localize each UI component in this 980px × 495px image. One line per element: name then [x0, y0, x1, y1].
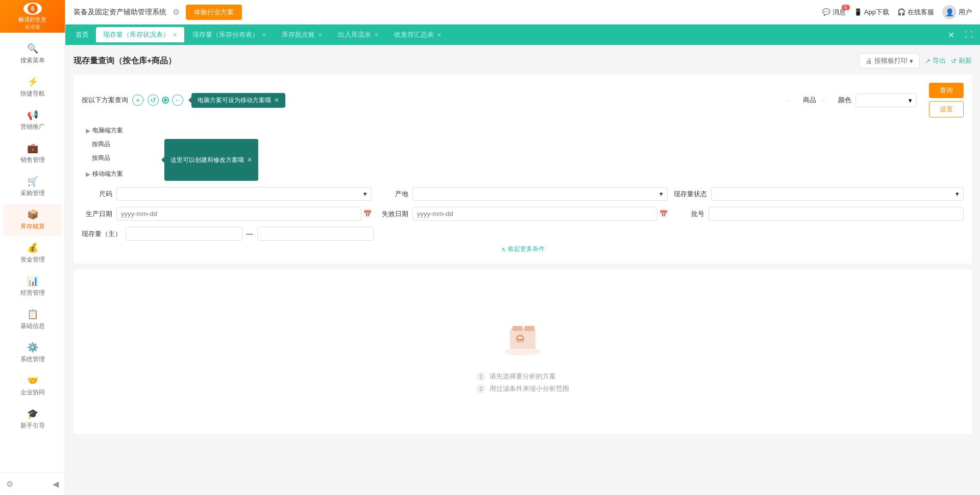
filter-batch: 批号 [674, 207, 964, 221]
experience-btn[interactable]: 体验行业方案 [186, 5, 242, 20]
filter-more-dots[interactable]: ··· [785, 97, 791, 104]
filter-expire-date: 失效日期 📅 [378, 207, 668, 221]
header-right: 💬 消息 6 📱 App下载 🎧 在线客服 👤 用户 [822, 5, 972, 19]
goods-dots[interactable]: ··· [820, 97, 826, 104]
sidebar-item-guide[interactable]: 🎓 新手引导 [3, 403, 62, 435]
scheme-desktop-parent[interactable]: ▶ 电脑端方案 [82, 124, 158, 137]
scheme-edit-tooltip-close[interactable]: ✕ [247, 156, 252, 163]
scheme-tooltip: 电脑方案可设为移动方案哦 ✕ [191, 93, 285, 108]
origin-select[interactable]: ▾ [412, 187, 668, 201]
sidebar-item-inventory[interactable]: 📦 库存核算 [3, 204, 62, 236]
tab-close-icon-1[interactable]: ✕ [262, 32, 266, 38]
collapse-filter-btn[interactable]: ∧ 收起更多条件 [82, 241, 964, 255]
filter-origin: 产地 ▾ [378, 187, 668, 201]
produce-date-label: 生产日期 [82, 209, 112, 219]
scheme-area: ▶ 电脑端方案 按商品 按商品 ▶ 移动端方案 这 [82, 124, 964, 181]
filter-qty-status: 现存量状态 ▾ [674, 187, 964, 201]
refresh-icon: ↺ [951, 57, 957, 65]
batch-input[interactable] [708, 207, 964, 221]
page-header: 现存量查询（按仓库+商品） 🖨 按模板打印 ▾ ↗ 导出 ↺ 刷新 [74, 53, 972, 68]
scheme-item-1[interactable]: 按商品 [82, 137, 158, 151]
tab-inventory-dist[interactable]: 现存量（库存分布表） ✕ [185, 27, 274, 42]
sidebar-item-basic-info[interactable]: 📋 基础信息 [3, 303, 62, 336]
logo-text: 畅通好生意 标准版 [18, 16, 46, 31]
scheme-tree: ▶ 电脑端方案 按商品 按商品 ▶ 移动端方案 [82, 124, 158, 181]
expire-date-range: 📅 [412, 207, 668, 221]
empty-state: 1 请先选择要分析的方案 2 用过滤条件来缩小分析范围 [74, 270, 972, 434]
tab-home[interactable]: 首页 [69, 27, 95, 42]
sidebar-item-search[interactable]: 🔍 搜索菜单 [3, 38, 62, 70]
color-select[interactable]: ▾ [855, 93, 917, 107]
headset-icon: 🎧 [897, 8, 905, 16]
export-icon: ↗ [925, 57, 930, 65]
tab-close-icon-0[interactable]: ✕ [173, 32, 177, 38]
print-btn[interactable]: 🖨 按模板打印 ▾ [859, 53, 920, 68]
scheme-tooltip-close[interactable]: ✕ [274, 97, 279, 104]
origin-label: 产地 [378, 190, 408, 199]
size-select[interactable]: ▾ [116, 187, 372, 201]
sidebar-item-sales[interactable]: 💼 销售管理 [3, 137, 62, 170]
tab-summary[interactable]: 收发存汇总表 ✕ [387, 27, 449, 42]
app-download-btn[interactable]: 📱 App下载 [854, 8, 889, 17]
connector-dot [163, 98, 168, 103]
sidebar-item-marketing[interactable]: 📢 营销推广 [3, 104, 62, 136]
tab-expand-icon[interactable]: ⛶ [962, 29, 976, 41]
tab-close-icon-3[interactable]: ✕ [374, 32, 379, 38]
guide-icon: 🎓 [27, 408, 38, 419]
user-area[interactable]: 👤 用户 [942, 5, 972, 19]
qty-max-input[interactable] [257, 227, 374, 241]
top-header: 装备及固定资产辅助管理系统 ⚙ 体验行业方案 💬 消息 6 📱 App下载 🎧 … [65, 0, 980, 25]
expire-date-start[interactable] [412, 207, 657, 221]
header-gear-icon[interactable]: ⚙ [173, 7, 180, 17]
message-icon: 💬 [822, 8, 830, 16]
arrow-filter-btn[interactable]: ← [172, 95, 183, 106]
tab-close-icon-2[interactable]: ✕ [318, 32, 323, 38]
filter-controls: + ↺ ← [132, 95, 183, 106]
settings-icon[interactable]: ⚙ [6, 479, 13, 489]
refresh-filter-btn[interactable]: ↺ [148, 95, 159, 106]
produce-date-range: 📅 [116, 207, 372, 221]
set-btn[interactable]: 设置 [929, 101, 964, 117]
qty-min-input[interactable] [126, 227, 242, 241]
print-icon: 🖨 [866, 57, 872, 65]
export-btn[interactable]: ↗ 导出 [925, 56, 946, 65]
scheme-mobile-parent[interactable]: ▶ 移动端方案 [82, 167, 158, 181]
sidebar-item-quicknav[interactable]: ⚡ 快捷导航 [3, 71, 62, 103]
scheme-item-2[interactable]: 按商品 [82, 151, 158, 165]
tab-inout-flow[interactable]: 出入库流水 ✕ [331, 27, 386, 42]
sidebar-item-enterprise[interactable]: 🤝 企业协同 [3, 370, 62, 402]
qty-main-label: 现存量（主） [82, 229, 121, 239]
svg-point-6 [516, 335, 524, 343]
expand-mobile-icon: ▶ [86, 171, 90, 178]
search-btn[interactable]: 查询 [929, 83, 964, 98]
date-range-separator: 📅 [363, 210, 372, 218]
qty-range-dash: — [247, 230, 253, 238]
qty-range: — [126, 227, 374, 241]
collapse-up-icon: ∧ [501, 246, 506, 253]
sidebar-item-purchase[interactable]: 🛒 采购管理 [3, 171, 62, 203]
sidebar: 6 畅通好生意 标准版 🔍 搜索菜单 ⚡ 快捷导航 📢 营销推广 💼 销售管理 … [0, 0, 65, 495]
expire-date-icon: 📅 [659, 210, 668, 218]
finance-icon: 💰 [27, 242, 38, 253]
sidebar-footer: ⚙ ◀ [0, 473, 65, 495]
message-area[interactable]: 💬 消息 6 [822, 8, 846, 17]
collapse-sidebar-icon[interactable]: ◀ [53, 479, 59, 489]
refresh-btn[interactable]: ↺ 刷新 [951, 56, 972, 65]
sidebar-item-finance[interactable]: 💰 资金管理 [3, 237, 62, 269]
enterprise-icon: 🤝 [27, 375, 38, 386]
avatar: 👤 [942, 5, 957, 19]
tab-close-all-icon[interactable]: ✕ [945, 29, 958, 41]
online-service-btn[interactable]: 🎧 在线客服 [897, 8, 934, 17]
sidebar-item-management[interactable]: 📊 经营管理 [3, 270, 62, 302]
qty-status-select[interactable]: ▾ [711, 187, 964, 201]
tab-close-icon-4[interactable]: ✕ [437, 32, 442, 38]
tab-bar: 首页 现存量（库存状况表） ✕ 现存量（库存分布表） ✕ 库存批次账 ✕ 出入库… [65, 25, 980, 45]
tab-batch-account[interactable]: 库存批次账 ✕ [275, 27, 330, 42]
sidebar-item-system[interactable]: ⚙️ 系统管理 [3, 337, 62, 369]
print-dropdown-icon: ▾ [910, 57, 913, 65]
add-filter-btn[interactable]: + [132, 95, 143, 106]
produce-date-start[interactable] [116, 207, 361, 221]
filter-row-3: 现存量（主） — [82, 227, 964, 241]
batch-label: 批号 [674, 209, 704, 219]
tab-inventory-status[interactable]: 现存量（库存状况表） ✕ [96, 27, 184, 42]
